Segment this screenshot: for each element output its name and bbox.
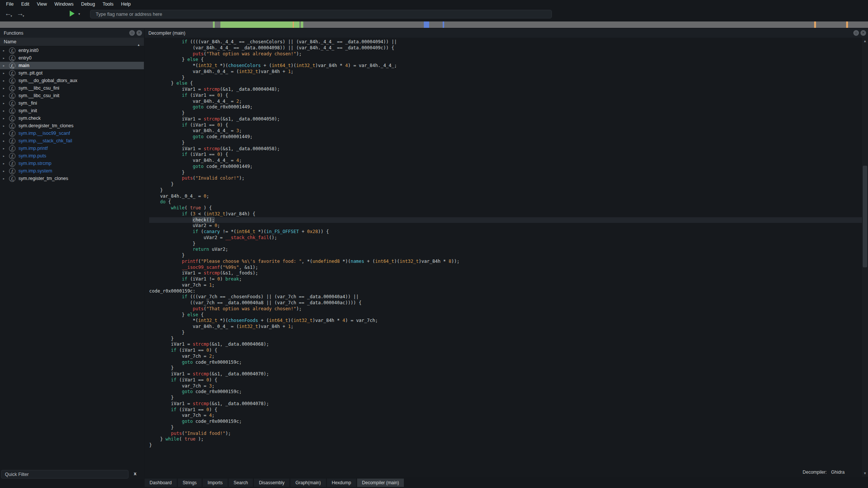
code-line[interactable]: var_84h._0_4_ = (int32_t)var_84h + 1; — [149, 324, 862, 330]
expand-caret-icon[interactable]: ▸ — [3, 72, 7, 75]
code-line[interactable]: var_7ch = 2; — [149, 354, 862, 360]
expand-caret-icon[interactable]: ▸ — [3, 94, 7, 98]
code-line[interactable]: } — [149, 395, 862, 401]
code-line[interactable]: goto code_r0x0000159c; — [149, 389, 862, 395]
function-list-item[interactable]: ▸ƒxentry0 — [0, 54, 144, 62]
tab-disassembly[interactable]: Disassembly — [254, 479, 289, 487]
code-line[interactable]: } while( true ); — [149, 436, 862, 442]
code-line[interactable]: } — [149, 336, 862, 342]
quick-filter-clear-button[interactable]: x — [134, 471, 136, 476]
code-line[interactable]: goto code_r0x00001449; — [149, 134, 862, 140]
function-list-item[interactable]: ▸ƒisym.imp.printf — [0, 145, 144, 152]
code-line[interactable]: if (iVar1 == 0) { — [149, 407, 862, 413]
decompiler-float-icon[interactable]: ◇ — [853, 30, 859, 36]
code-line[interactable]: var_7ch = 4; — [149, 413, 862, 419]
function-list-item[interactable]: ▸ƒisym.imp.__isoc99_scanf — [0, 130, 144, 137]
code-line[interactable]: } else { — [149, 57, 862, 63]
function-list-item[interactable]: ▸ƒxsym.register_tm_clones — [0, 175, 144, 182]
menu-view[interactable]: View — [33, 0, 51, 8]
tab-hexdump[interactable]: Hexdump — [327, 479, 356, 487]
flag-search-input[interactable] — [90, 10, 552, 18]
code-line[interactable]: puts("Invalid color!"); — [149, 175, 862, 181]
code-line[interactable]: if (3 < (int32_t)var_84h) { — [149, 211, 862, 217]
quick-filter-input[interactable] — [1, 470, 128, 479]
decompiler-selector-value[interactable]: Ghidra — [831, 470, 845, 475]
code-line[interactable]: puts("That option was already chosen!"); — [149, 51, 862, 57]
functions-float-icon[interactable]: ◇ — [129, 30, 135, 36]
code-line[interactable]: printf("Please choose %s\'s favorite foo… — [149, 259, 862, 265]
code-line[interactable]: iVar1 = strcmp(&s1, _foods); — [149, 270, 862, 276]
ribbon-segment[interactable] — [424, 21, 429, 28]
code-line[interactable]: if (iVar1 == 0) { — [149, 348, 862, 354]
code-line[interactable]: } — [149, 181, 862, 188]
scroll-up-icon[interactable]: ▲ — [862, 38, 868, 44]
code-line[interactable]: puts("Invalid food!"); — [149, 431, 862, 437]
code-line[interactable]: uVar2 = __stack_chk_fail(); — [149, 235, 862, 241]
code-line[interactable]: goto code_r0x0000159c; — [149, 360, 862, 366]
code-line[interactable]: if (iVar1 == 0) { — [149, 152, 862, 158]
code-line[interactable]: var_84h._4_4_ = 2; — [149, 99, 862, 105]
function-list-item[interactable]: ▸ƒxsym._fini — [0, 99, 144, 107]
code-line[interactable]: var_84h._0_4_ = 0; — [149, 194, 862, 200]
expand-caret-icon[interactable]: ▸ — [3, 49, 7, 52]
code-line[interactable]: puts("That option was already chosen!"); — [149, 306, 862, 312]
menu-help[interactable]: Help — [117, 0, 134, 8]
code-line[interactable]: } — [149, 330, 862, 336]
code-line[interactable]: iVar1 = strcmp(&s1, _data.00004078); — [149, 401, 862, 407]
code-line[interactable]: var_84h._4_4_ = 3; — [149, 128, 862, 134]
code-line[interactable]: } — [149, 75, 862, 81]
code-line[interactable]: } — [149, 170, 862, 176]
forward-dropdown-caret-icon[interactable]: ▾ — [23, 14, 24, 18]
code-line[interactable]: } else { — [149, 312, 862, 318]
expand-caret-icon[interactable]: ▸ — [3, 87, 7, 90]
ribbon-segment[interactable] — [301, 21, 303, 28]
code-line[interactable]: if (iVar1 == 0) { — [149, 93, 862, 99]
code-line[interactable]: __isoc99_scanf("%99s", &s1); — [149, 265, 862, 271]
ribbon-segment[interactable] — [443, 21, 444, 28]
code-line[interactable]: goto code_r0x0000159c; — [149, 419, 862, 425]
code-line[interactable]: goto code_r0x00001449; — [149, 164, 862, 170]
tab-search[interactable]: Search — [229, 479, 253, 487]
decompiler-code[interactable]: if ((((var_84h._4_4_ == _chosenColors) |… — [145, 38, 862, 477]
expand-caret-icon[interactable]: ▸ — [3, 56, 7, 60]
code-line[interactable]: if (iVar1 == 0) { — [149, 122, 862, 128]
code-line[interactable]: check(); — [149, 217, 862, 223]
code-line[interactable]: var_84h._4_4_ = 4; — [149, 158, 862, 164]
code-line[interactable]: if (((var_7ch == _chosenFoods) || (var_7… — [149, 294, 862, 300]
expand-caret-icon[interactable]: ▸ — [3, 64, 7, 67]
functions-close-icon[interactable]: ✕ — [136, 30, 142, 36]
code-line[interactable]: if (iVar1 != 0) break; — [149, 276, 862, 282]
code-line[interactable]: } — [149, 241, 862, 247]
decompiler-scrollbar[interactable]: ▲ ▼ — [862, 38, 868, 477]
code-line[interactable]: var_7ch = 3; — [149, 383, 862, 389]
decompiler-selector[interactable]: Decompiler: Ghidra — [800, 470, 845, 475]
expand-caret-icon[interactable]: ▸ — [3, 102, 7, 105]
scrollbar-thumb[interactable] — [863, 166, 867, 267]
code-line[interactable]: goto code_r0x00001449; — [149, 104, 862, 110]
function-list-item[interactable]: ▸ƒxsym.__libc_csu_init — [0, 92, 144, 99]
expand-caret-icon[interactable]: ▸ — [3, 177, 7, 180]
tab-decompiler-main[interactable]: Decompiler (main) — [357, 479, 404, 487]
expand-caret-icon[interactable]: ▸ — [3, 79, 7, 82]
expand-caret-icon[interactable]: ▸ — [3, 132, 7, 135]
expand-caret-icon[interactable]: ▸ — [3, 109, 7, 113]
code-line[interactable]: *(int32_t *)(chosenColors + (int64_t)(in… — [149, 63, 862, 69]
menu-file[interactable]: File — [2, 0, 17, 8]
expand-caret-icon[interactable]: ▸ — [3, 117, 7, 120]
ribbon-segment[interactable] — [213, 21, 215, 28]
code-line[interactable]: if (iVar1 == 0) { — [149, 377, 862, 383]
code-line[interactable]: } — [149, 110, 862, 116]
tab-strings[interactable]: Strings — [178, 479, 202, 487]
code-line[interactable]: } — [149, 188, 862, 194]
code-line[interactable]: uVar2 = 0; — [149, 223, 862, 229]
functions-name-column-header[interactable]: Name ▲ — [0, 38, 144, 46]
menu-windows[interactable]: Windows — [51, 0, 78, 8]
tab-imports[interactable]: Imports — [203, 479, 228, 487]
function-list-item[interactable]: ▸ƒxsym.__do_global_dtors_aux — [0, 77, 144, 84]
expand-caret-icon[interactable]: ▸ — [3, 139, 7, 143]
code-line[interactable]: var_84h._0_4_ = (int32_t)var_84h + 1; — [149, 69, 862, 75]
code-line[interactable]: iVar1 = strcmp(&s1, _data.00004058); — [149, 146, 862, 152]
code-line[interactable]: } — [149, 425, 862, 431]
function-list-item[interactable]: ▸ƒxsym..plt.got — [0, 69, 144, 77]
function-list-item[interactable]: ▸ƒxsym.__libc_csu_fini — [0, 84, 144, 92]
